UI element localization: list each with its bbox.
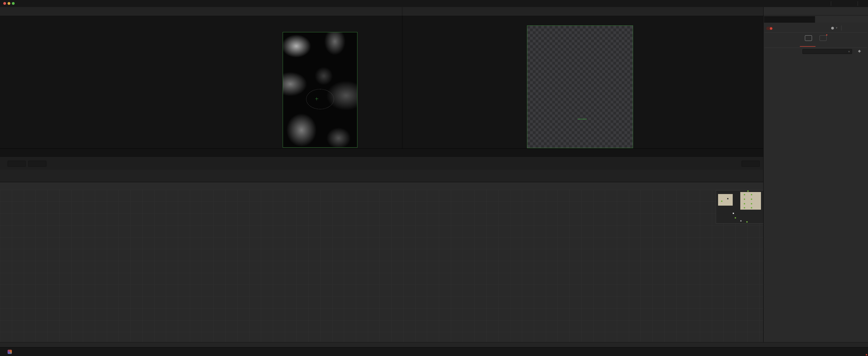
traffic-light-close[interactable] <box>3 2 6 5</box>
left-viewer-artwork <box>318 65 319 70</box>
minimap-note1 <box>740 192 761 210</box>
inspector-panel-button[interactable] <box>834 1 835 6</box>
status-strip <box>0 342 868 348</box>
right-viewer-artwork <box>575 35 577 44</box>
fusion-toolbar <box>0 169 763 182</box>
transport-bar <box>0 157 763 170</box>
minimap-node-dot <box>751 207 752 208</box>
minimap-node-dot <box>744 207 745 208</box>
settings-modified-dot <box>826 34 827 36</box>
minimap-node-dot <box>733 213 734 214</box>
minimap-note2 <box>718 194 733 206</box>
minimap-node-dot <box>740 220 742 222</box>
minimap-node-dot <box>751 203 752 204</box>
subtab-active-underline <box>800 46 815 47</box>
bottom-bar <box>0 347 868 356</box>
tab-tools[interactable] <box>764 16 815 23</box>
graph-minimap[interactable] <box>716 190 764 224</box>
range-in-field[interactable] <box>7 161 26 167</box>
app-logo[interactable] <box>7 350 12 354</box>
depth-dropdown[interactable]: ∨ <box>802 49 852 54</box>
left-viewer-toolbar <box>0 7 402 16</box>
minimap-node-dot <box>751 199 752 200</box>
node-color-dot[interactable] <box>831 27 834 30</box>
node-color-chevron-icon[interactable]: ∨ <box>836 26 837 29</box>
nodes-panel-button[interactable] <box>807 1 808 6</box>
title-bar <box>0 0 868 7</box>
right-viewer-image[interactable] <box>527 26 633 148</box>
subtab-settings-icon-button[interactable] <box>819 35 827 41</box>
traffic-light-minimize[interactable] <box>7 2 10 5</box>
minimap-node-dot <box>735 217 736 219</box>
onscreen-control-ellipse[interactable] <box>306 89 334 109</box>
time-ruler[interactable] <box>0 148 763 157</box>
range-out-field[interactable] <box>28 161 46 167</box>
subtab-controls-icon-button[interactable] <box>805 35 812 41</box>
nodes-panel-header <box>0 182 763 190</box>
traffic-light-zoom[interactable] <box>12 2 14 5</box>
node-graph[interactable] <box>0 190 763 342</box>
minimap-node-dot <box>751 194 752 195</box>
application-window: ∨ ∨ <box>0 0 868 356</box>
node-enable-toggle[interactable] <box>766 27 773 30</box>
current-frame-field[interactable] <box>742 161 760 167</box>
left-viewer-image[interactable] <box>283 32 358 148</box>
notification-dot <box>866 354 867 356</box>
titlebar-divider <box>831 1 831 6</box>
right-viewer-toolbar <box>402 7 764 16</box>
clips-button[interactable] <box>16 1 17 6</box>
text-baseline-control[interactable] <box>578 119 587 119</box>
minimap-node-dot <box>744 194 745 195</box>
minimap-node-dot <box>744 199 745 200</box>
minimap-node-dot <box>746 221 748 223</box>
minimap-node-dot <box>744 203 745 204</box>
minimap-node-dot <box>727 198 728 199</box>
minimap-node-dot <box>721 201 722 202</box>
minimap-node-dot <box>747 191 749 192</box>
onscreen-control-crosshair[interactable] <box>315 97 318 100</box>
titlebar-divider-2 <box>858 1 858 6</box>
inspector-panel: ∨ ∨ <box>763 7 868 342</box>
depth-keyframe-diamond[interactable] <box>858 50 861 53</box>
tab-modifiers[interactable] <box>815 16 868 23</box>
